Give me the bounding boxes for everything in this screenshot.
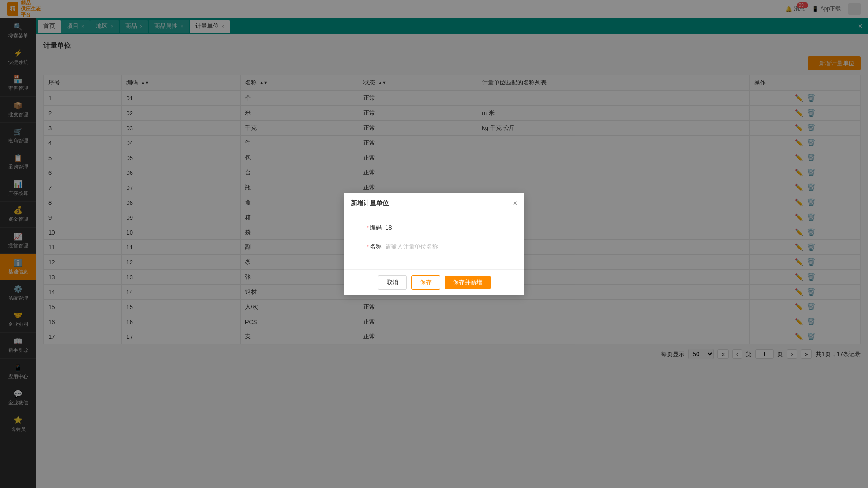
add-unit-modal: 新增计量单位 × *编码 *名称 取消 保存 保存并新增 <box>344 193 524 295</box>
form-row-code: *编码 <box>354 222 514 233</box>
code-label: *编码 <box>354 224 382 232</box>
name-label: *名称 <box>354 243 382 251</box>
cancel-button[interactable]: 取消 <box>378 275 407 290</box>
save-and-new-button[interactable]: 保存并新增 <box>445 276 491 289</box>
modal-title: 新增计量单位 <box>351 199 389 207</box>
modal-footer: 取消 保存 保存并新增 <box>344 269 524 295</box>
modal-header: 新增计量单位 × <box>344 193 524 213</box>
modal-body: *编码 *名称 <box>344 213 524 269</box>
modal-close-button[interactable]: × <box>513 199 517 207</box>
save-button[interactable]: 保存 <box>411 275 440 290</box>
code-input[interactable] <box>385 222 514 233</box>
modal-overlay[interactable]: 新增计量单位 × *编码 *名称 取消 保存 保存并新增 <box>0 0 868 488</box>
name-input[interactable] <box>385 241 514 252</box>
form-row-name: *名称 <box>354 241 514 252</box>
